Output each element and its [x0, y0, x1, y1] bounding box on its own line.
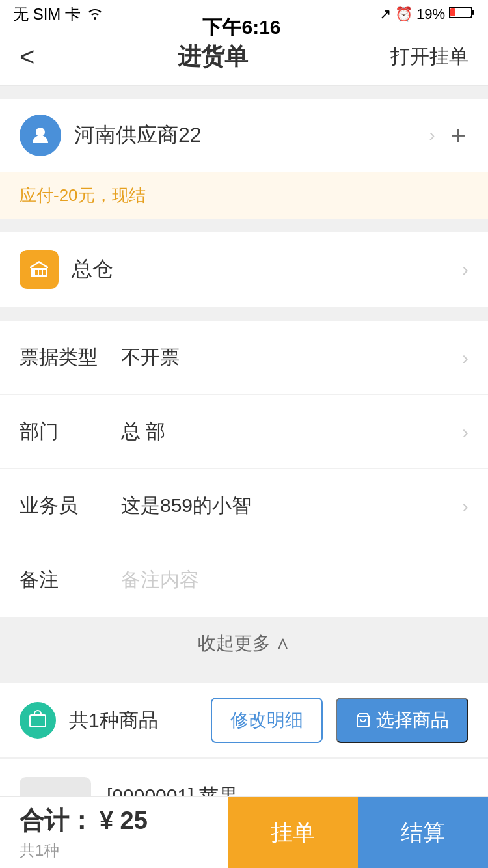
- bottom-bar: 合计： ¥ 25 共1种 挂单 结算: [0, 796, 488, 868]
- svg-point-3: [36, 128, 45, 137]
- warehouse-row[interactable]: 总仓 ›: [0, 232, 488, 307]
- salesperson-value: 这是859的小智: [121, 493, 462, 519]
- supplier-name: 河南供应商22: [74, 121, 429, 150]
- checkout-button[interactable]: 结算: [358, 797, 488, 868]
- supplier-row[interactable]: 河南供应商22 › +: [0, 99, 488, 172]
- alarm-icon: ⏰: [395, 6, 413, 23]
- total-amount: ¥ 25: [100, 807, 148, 834]
- select-product-label: 选择商品: [376, 708, 449, 733]
- status-left: 无 SIM 卡: [13, 4, 104, 25]
- wifi-icon: [86, 5, 104, 23]
- remark-row[interactable]: 备注 备注内容: [0, 543, 488, 617]
- hang-button[interactable]: 挂单: [228, 797, 358, 868]
- salesperson-chevron-icon: ›: [462, 495, 468, 517]
- collapse-button[interactable]: 收起更多 ∧: [0, 617, 488, 670]
- time-label: 下午6:16: [202, 14, 280, 41]
- department-chevron-icon: ›: [462, 421, 468, 443]
- battery-icon: [449, 6, 475, 23]
- svg-rect-4: [30, 715, 46, 727]
- ticket-type-row[interactable]: 票据类型 不开票 ›: [0, 320, 488, 394]
- supplier-avatar: [20, 115, 61, 156]
- carrier-label: 无 SIM 卡: [13, 4, 81, 25]
- page-title: 进货单: [178, 41, 248, 73]
- ticket-type-label: 票据类型: [20, 344, 111, 371]
- warehouse-section[interactable]: 总仓 ›: [0, 232, 488, 307]
- department-row[interactable]: 部门 总 部 ›: [0, 394, 488, 468]
- ticket-type-value: 不开票: [121, 344, 462, 371]
- supplier-notice: 应付-20元，现结: [0, 172, 488, 219]
- svg-rect-2: [450, 8, 455, 16]
- status-right: ↗ ⏰ 19%: [379, 6, 475, 23]
- add-supplier-button[interactable]: +: [448, 121, 468, 150]
- total-label: 合计：: [20, 807, 94, 834]
- salesperson-row[interactable]: 业务员 这是859的小智 ›: [0, 468, 488, 543]
- remark-label: 备注: [20, 567, 111, 593]
- total-main: 合计： ¥ 25: [20, 804, 208, 837]
- battery-label: 19%: [416, 6, 445, 23]
- products-icon: [20, 702, 56, 739]
- products-header: 共1种商品 修改明细 选择商品: [0, 683, 488, 757]
- open-hang-button[interactable]: 打开挂单: [390, 44, 468, 70]
- products-count: 共1种商品: [69, 707, 198, 734]
- bottom-total: 合计： ¥ 25 共1种: [0, 797, 228, 868]
- section-gap-3: [0, 307, 488, 320]
- section-gap-2: [0, 219, 488, 232]
- department-value: 总 部: [121, 418, 462, 445]
- svg-rect-1: [472, 10, 474, 15]
- section-gap-1: [0, 86, 488, 99]
- select-product-button[interactable]: 选择商品: [336, 698, 468, 743]
- ticket-type-chevron-icon: ›: [462, 347, 468, 369]
- department-label: 部门: [20, 418, 111, 445]
- salesperson-label: 业务员: [20, 493, 111, 519]
- cart-icon: [355, 712, 371, 728]
- warehouse-name: 总仓: [72, 255, 462, 284]
- form-section: 票据类型 不开票 › 部门 总 部 › 业务员 这是859的小智 › 备注 备注…: [0, 320, 488, 617]
- back-button[interactable]: <: [20, 42, 34, 72]
- total-sub: 共1种: [20, 840, 208, 861]
- supplier-section: 河南供应商22 › + 应付-20元，现结: [0, 99, 488, 219]
- edit-detail-button[interactable]: 修改明细: [211, 698, 323, 743]
- status-bar: 无 SIM 卡 下午6:16 ↗ ⏰ 19%: [0, 0, 488, 29]
- warehouse-chevron-icon: ›: [462, 258, 468, 280]
- remark-placeholder[interactable]: 备注内容: [121, 567, 468, 593]
- warehouse-icon: [20, 250, 59, 289]
- location-icon: ↗: [379, 6, 391, 23]
- supplier-chevron-icon: ›: [429, 125, 435, 146]
